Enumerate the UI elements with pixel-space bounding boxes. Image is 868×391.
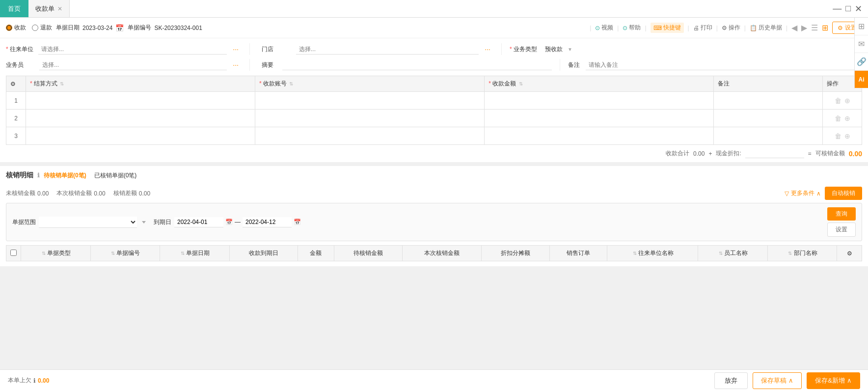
row-settlement-3[interactable] [26,127,255,145]
staff-label: 业务员 [6,61,29,69]
row-delete-icon-3[interactable]: 🗑 [835,132,841,140]
abandon-button[interactable]: 放弃 [714,372,748,389]
recon-stats: 未核销金额 0.00 本次核销金额 0.00 核销差额 0.00 [6,186,150,200]
store-input[interactable] [296,44,479,55]
number-value: SK-20230324-001 [154,25,202,31]
row-copy-icon-3[interactable]: ⊕ [844,132,850,140]
row-remark-2[interactable] [714,110,823,127]
business-type-value: 预收款 [545,45,563,54]
staff-more-icon[interactable]: ··· [230,61,242,69]
more-conditions-btn[interactable]: ▽ 更多条件 ∧ [785,189,821,197]
start-date-input[interactable] [174,217,223,227]
bottom-actions: 放弃 保存草稿 ∧ 保存&新增 ∧ [714,372,860,389]
counterparty-more-icon[interactable]: ··· [230,45,242,53]
th-gear-bottom[interactable]: ⚙ [837,246,862,261]
row-amount-2[interactable] [485,110,714,127]
window-maximize-icon[interactable]: □ [845,3,851,14]
row-settlement-1[interactable] [26,92,255,110]
row-copy-icon-2[interactable]: ⊕ [844,114,850,122]
operations-link[interactable]: ⚙操作 [722,24,740,32]
shoukuan-radio-input[interactable] [6,25,12,31]
done-tab[interactable]: 已核销单据(0笔) [94,171,137,180]
range-select[interactable] [39,217,137,228]
shoukuan-radio-label: 收款 [14,24,26,32]
staff-section: 业务员 ··· [6,60,242,70]
available-label: 可核销金额 [815,149,845,158]
table-settings-icon[interactable]: ⚙ [6,76,26,92]
row-account-3[interactable] [255,127,485,145]
sort-account-icon[interactable]: ⇅ [289,81,293,86]
row-amount-1[interactable] [485,92,714,110]
list-icon[interactable]: ☰ [811,23,818,32]
grid-icon[interactable]: ⊞ [822,23,828,32]
calendar-end-icon[interactable]: 📅 [294,219,301,225]
row-delete-icon-2[interactable]: 🗑 [835,114,841,122]
auto-recon-button[interactable]: 自动核销 [825,187,862,200]
date-range: 📅 — 📅 [174,217,301,227]
end-date-input[interactable] [243,217,292,227]
help-link[interactable]: ⊙帮助 [623,24,641,32]
row-amount-3[interactable] [485,127,714,145]
stat-uncancelled: 未核销金额 0.00 [6,189,49,197]
filter-settings-button[interactable]: 设置 [827,223,856,237]
pending-tab[interactable]: 待核销单据(0笔) [44,171,86,180]
this-order-info-icon[interactable]: ℹ [33,377,36,384]
row-copy-icon-1[interactable]: ⊕ [844,97,850,105]
query-button[interactable]: 查询 [827,207,856,221]
settings-gear-icon: ⚙ [838,25,843,31]
calendar-start-icon[interactable]: 📅 [225,219,233,225]
print-link[interactable]: 🖨打印 [693,24,712,32]
history-link[interactable]: 📋历史单据 [750,24,782,32]
stat-this-cancellation: 本次核销金额 0.00 [56,189,105,197]
date-label: 单据日期 [56,24,80,32]
tuikuan-radio[interactable]: 退款 [32,24,52,32]
shoukuan-radio[interactable]: 收款 [6,24,26,32]
divider-3 [249,59,250,71]
shortcut-link[interactable]: ⌨快捷键 [651,23,684,33]
tuikuan-radio-input[interactable] [32,25,38,31]
due-date-field: 到期日 📅 — 📅 [154,217,301,227]
history-icon: 📋 [750,25,757,31]
th-doc-num: ⇅ 单据编号 [90,246,160,261]
plus-label: + [708,150,712,157]
window-minimize-icon[interactable]: — [833,3,841,14]
save-new-button[interactable]: 保存&新增 ∧ [807,372,860,389]
tab-close-icon[interactable]: ✕ [57,5,62,12]
row-settlement-2[interactable] [26,110,255,127]
discount-input[interactable] [745,149,804,158]
sort-settlement-icon[interactable]: ⇅ [60,81,64,86]
store-more-icon[interactable]: ··· [482,45,493,53]
video-link[interactable]: ⊙视频 [595,24,613,32]
summary-section: 摘要 [258,60,552,70]
row-num-1: 1 [6,92,26,110]
date-calendar-icon[interactable]: 📅 [115,24,124,32]
save-draft-button[interactable]: 保存草稿 ∧ [753,372,802,389]
summary-input[interactable] [282,60,552,70]
right-panel-ai-icon[interactable]: Ai [855,71,868,88]
nav-home-button[interactable]: 首页 [0,0,28,17]
nav-prev-icon[interactable]: ◀ [791,23,797,32]
row-remark-3[interactable] [714,127,823,145]
row-num-2: 2 [6,110,26,127]
nav-tab-shoukuan[interactable]: 收款单 ✕ [28,0,70,17]
row-remark-1[interactable] [714,92,823,110]
row-account-1[interactable] [255,92,485,110]
staff-input[interactable] [39,60,227,70]
form-toolbar: 收款 退款 单据日期 2023-03-24 📅 单据编号 SK-20230324… [0,18,868,38]
select-all-checkbox[interactable] [10,250,17,256]
row-delete-icon-1[interactable]: 🗑 [835,97,841,105]
nav-next-icon[interactable]: ▶ [801,23,807,32]
sort-amount-icon[interactable]: ⇅ [519,81,523,86]
row-account-2[interactable] [255,110,485,127]
business-type-chevron[interactable]: ▼ [568,47,572,52]
th-check [6,246,21,261]
window-close-icon[interactable]: ✕ [855,3,862,14]
remarks-input[interactable] [586,60,862,70]
discount-label: 现金折扣: [716,149,741,158]
right-panel-link-icon[interactable]: 🔗 [855,53,868,71]
right-panel-email-icon[interactable]: ✉ [855,35,868,53]
recon-info-icon[interactable]: ℹ [37,172,40,179]
th-doc-type: ⇅ 单据类型 [21,246,91,261]
counterparty-input[interactable] [38,44,227,55]
right-panel-table-icon[interactable]: ⊞ [855,18,868,35]
